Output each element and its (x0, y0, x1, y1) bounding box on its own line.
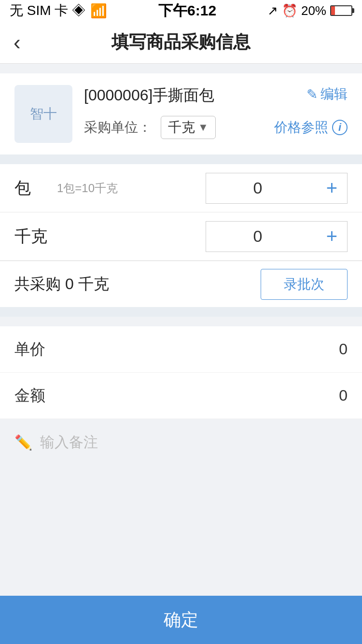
kg-label: 千克 (14, 225, 53, 248)
price-ref-label: 价格参照 (274, 118, 328, 137)
product-thumbnail: 智十 (14, 85, 72, 143)
record-batch-label: 录批次 (284, 275, 324, 294)
price-ref-button[interactable]: 价格参照 i (274, 118, 348, 137)
unit-price-label: 单价 (14, 339, 45, 360)
product-info: [0000006]手撕面包 ✎ 编辑 采购单位： 千克 ▼ 价格参照 i (84, 85, 348, 139)
bao-input[interactable] (206, 173, 317, 204)
back-button[interactable]: ‹ (14, 32, 21, 53)
status-right: ↗ ⏰ 20% (267, 3, 352, 18)
note-placeholder: 输入备注 (40, 433, 98, 452)
status-left: 无 SIM 卡 ◈ 📶 (10, 1, 107, 20)
status-time: 下午6:12 (158, 1, 216, 21)
nav-bar: ‹ 填写商品采购信息 (0, 21, 362, 64)
total-row: 共采购 0 千克 录批次 (0, 261, 362, 307)
confirm-button[interactable]: 确定 (0, 596, 362, 644)
status-bar: 无 SIM 卡 ◈ 📶 下午6:12 ↗ ⏰ 20% (0, 0, 362, 21)
battery-icon (330, 5, 352, 16)
purchase-unit-left: 采购单位： 千克 ▼ (84, 116, 216, 139)
kg-input[interactable] (206, 221, 317, 252)
help-icon: i (332, 120, 348, 135)
edit-label: 编辑 (320, 85, 348, 103)
unit-dropdown[interactable]: 千克 ▼ (161, 116, 216, 139)
product-thumb-label: 智十 (30, 105, 57, 123)
purchase-unit-row: 采购单位： 千克 ▼ 价格参照 i (84, 116, 348, 139)
pencil-icon: ✏️ (14, 434, 32, 451)
bottom-space (0, 466, 362, 591)
kg-plus-button[interactable]: + (317, 221, 348, 252)
divider-middle (0, 307, 362, 317)
sim-status: 无 SIM 卡 ◈ (10, 1, 85, 20)
unit-price-row: 单价 0 (0, 326, 362, 373)
unit-price-value: 0 (339, 340, 348, 358)
total-text: 共采购 0 千克 (14, 274, 109, 295)
battery-percent: 20% (301, 3, 326, 18)
purchase-unit-label: 采购单位： (84, 120, 152, 135)
kg-input-wrap: + (206, 221, 348, 252)
amount-label: 金额 (14, 385, 45, 406)
note-section[interactable]: ✏️ 输入备注 (0, 419, 362, 466)
quantity-section: 包 1包=10千克 + 千克 + 共采购 0 千克 录批次 (0, 164, 362, 307)
bao-label: 包 (14, 177, 53, 199)
bao-input-wrap: + (206, 173, 348, 204)
alarm-icon: ⏰ (282, 3, 297, 18)
product-name-row: [0000006]手撕面包 ✎ 编辑 (84, 85, 348, 106)
wifi-icon: 📶 (90, 3, 107, 19)
record-batch-button[interactable]: 录批次 (261, 269, 348, 300)
product-section: 智十 [0000006]手撕面包 ✎ 编辑 采购单位： 千克 ▼ 价格参照 i (0, 73, 362, 154)
dropdown-arrow-icon: ▼ (198, 121, 209, 134)
product-name: [0000006]手撕面包 (84, 85, 214, 106)
amount-row: 金额 0 (0, 373, 362, 419)
bao-sublabel: 1包=10千克 (57, 181, 118, 196)
bao-plus-button[interactable]: + (317, 173, 348, 204)
bao-quantity-row: 包 1包=10千克 + (0, 164, 362, 212)
unit-value: 千克 (168, 118, 195, 137)
kg-quantity-row: 千克 + (0, 212, 362, 261)
edit-button[interactable]: ✎ 编辑 (306, 85, 348, 103)
location-icon: ↗ (267, 3, 278, 18)
price-info-section: 单价 0 金额 0 (0, 326, 362, 419)
page-title: 填写商品采购信息 (111, 30, 251, 54)
divider-top (0, 154, 362, 164)
edit-icon: ✎ (306, 86, 318, 102)
amount-value: 0 (339, 387, 348, 405)
